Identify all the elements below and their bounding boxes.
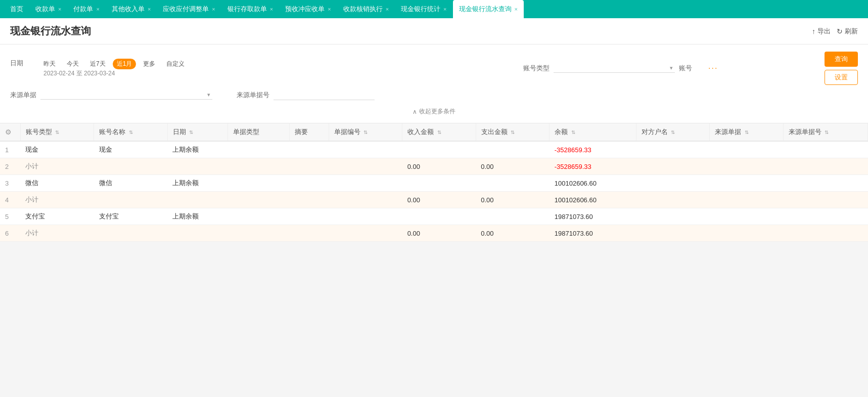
close-other-income-icon[interactable]: × bbox=[148, 6, 151, 12]
nav-home[interactable]: 首页 bbox=[4, 0, 29, 18]
cell-doc-no bbox=[329, 141, 402, 158]
table-row[interactable]: 2 小计 0.00 0.00 -3528659.33 bbox=[0, 158, 868, 175]
cell-date: 上期余额 bbox=[167, 208, 228, 225]
sort-account-name-icon[interactable]: ⇅ bbox=[129, 129, 133, 135]
cell-balance: 19871073.60 bbox=[550, 208, 636, 225]
nav-advance-offset[interactable]: 预收冲应收单 × bbox=[279, 0, 337, 18]
close-verify-exec-icon[interactable]: × bbox=[386, 6, 389, 12]
close-cash-bank-flow-icon[interactable]: × bbox=[515, 6, 518, 12]
cell-account-name: 支付宝 bbox=[94, 208, 168, 225]
close-receipts-icon[interactable]: × bbox=[58, 6, 61, 12]
cell-counterparty bbox=[636, 175, 710, 192]
cell-summary bbox=[289, 158, 329, 175]
sort-doc-no-icon[interactable]: ⇅ bbox=[363, 129, 368, 135]
col-income[interactable]: 收入金额 ⇅ bbox=[402, 123, 476, 141]
cell-summary bbox=[289, 192, 329, 208]
cell-account-name bbox=[94, 192, 168, 208]
cell-expense: 0.00 bbox=[476, 158, 550, 175]
sort-date-icon[interactable]: ⇅ bbox=[189, 129, 193, 135]
cell-source-doc bbox=[710, 175, 784, 192]
date-btn-today[interactable]: 今天 bbox=[63, 59, 83, 69]
nav-verify-exec[interactable]: 收款核销执行 × bbox=[337, 0, 395, 18]
nav-other-income[interactable]: 其他收入单 × bbox=[106, 0, 157, 18]
close-ap-adjust-icon[interactable]: × bbox=[212, 6, 215, 12]
col-doc-type: 单据类型 bbox=[228, 123, 289, 141]
close-cash-bank-stat-icon[interactable]: × bbox=[443, 6, 446, 12]
date-range-display: 2023-02-24 至 2023-03-24 bbox=[43, 69, 189, 78]
sort-balance-icon[interactable]: ⇅ bbox=[571, 129, 575, 135]
account-label: 账号 bbox=[679, 64, 704, 73]
date-btn-1month[interactable]: 近1月 bbox=[113, 59, 136, 69]
more-options-icon[interactable]: ··· bbox=[708, 64, 718, 73]
date-btn-yesterday[interactable]: 昨天 bbox=[39, 59, 60, 69]
cell-source-doc-no bbox=[783, 141, 867, 158]
filter-row-2: 来源单据 ▾ 来源单据号 bbox=[10, 90, 858, 100]
col-doc-no[interactable]: 单据编号 ⇅ bbox=[329, 123, 402, 141]
cell-doc-no bbox=[329, 158, 402, 175]
col-counterparty[interactable]: 对方户名 ⇅ bbox=[636, 123, 710, 141]
refresh-button[interactable]: ↻ 刷新 bbox=[837, 27, 858, 36]
date-btn-custom[interactable]: 自定义 bbox=[162, 59, 189, 69]
col-settings[interactable]: ⚙ bbox=[0, 123, 20, 141]
account-type-label: 账号类型 bbox=[523, 64, 550, 73]
date-btn-7days[interactable]: 近7天 bbox=[86, 59, 110, 69]
cell-counterparty bbox=[636, 141, 710, 158]
cell-source-doc-no bbox=[783, 175, 867, 192]
sort-expense-icon[interactable]: ⇅ bbox=[511, 129, 515, 135]
cell-summary bbox=[289, 175, 329, 192]
table-row[interactable]: 6 小计 0.00 0.00 19871073.60 bbox=[0, 225, 868, 242]
source-doc-chevron-icon: ▾ bbox=[207, 92, 210, 98]
nav-bank-deposit[interactable]: 银行存取款单 × bbox=[221, 0, 279, 18]
gear-icon[interactable]: ⚙ bbox=[5, 128, 12, 136]
table-row[interactable]: 1 现金 现金 上期余额 -3528659.33 bbox=[0, 141, 868, 158]
cell-account-name bbox=[94, 158, 168, 175]
close-advance-offset-icon[interactable]: × bbox=[328, 6, 331, 12]
col-expense[interactable]: 支出金额 ⇅ bbox=[476, 123, 550, 141]
query-button[interactable]: 查询 bbox=[825, 52, 858, 67]
date-btn-more[interactable]: 更多 bbox=[139, 59, 159, 69]
nav-payments[interactable]: 付款单 × bbox=[67, 0, 105, 18]
collapse-bar[interactable]: ∧ 收起更多条件 bbox=[10, 105, 858, 118]
sort-account-type-icon[interactable]: ⇅ bbox=[55, 129, 59, 135]
source-doc-select[interactable]: ▾ bbox=[40, 91, 212, 100]
cell-expense bbox=[476, 208, 550, 225]
col-date[interactable]: 日期 ⇅ bbox=[167, 123, 228, 141]
cell-date bbox=[167, 158, 228, 175]
source-doc-no-input[interactable] bbox=[273, 90, 375, 100]
chevron-down-icon: ▾ bbox=[670, 65, 673, 71]
cell-source-doc bbox=[710, 225, 784, 242]
col-source-doc[interactable]: 来源单据 ⇅ bbox=[710, 123, 784, 141]
sort-income-icon[interactable]: ⇅ bbox=[437, 129, 441, 135]
cell-doc-type bbox=[228, 225, 289, 242]
col-source-doc-no[interactable]: 来源单据号 ⇅ bbox=[783, 123, 867, 141]
sort-counterparty-icon[interactable]: ⇅ bbox=[671, 129, 675, 135]
cell-doc-no bbox=[329, 208, 402, 225]
data-table: ⚙ 账号类型 ⇅ 账号名称 ⇅ 日期 ⇅ 单据类型 摘要 bbox=[0, 123, 868, 242]
table-row[interactable]: 3 微信 微信 上期余额 100102606.60 bbox=[0, 175, 868, 192]
col-balance[interactable]: 余额 ⇅ bbox=[550, 123, 636, 141]
nav-cash-bank-flow[interactable]: 现金银行流水查询 × bbox=[453, 0, 524, 18]
export-button[interactable]: ↑ 导出 bbox=[812, 27, 831, 36]
col-account-name[interactable]: 账号名称 ⇅ bbox=[94, 123, 168, 141]
cell-summary bbox=[289, 208, 329, 225]
page-header: 现金银行流水查询 ↑ 导出 ↻ 刷新 bbox=[0, 18, 868, 45]
table-row[interactable]: 4 小计 0.00 0.00 100102606.60 bbox=[0, 192, 868, 208]
cell-income bbox=[402, 175, 476, 192]
account-type-select[interactable]: ▾ bbox=[554, 64, 675, 73]
table-row[interactable]: 5 支付宝 支付宝 上期余额 19871073.60 bbox=[0, 208, 868, 225]
col-account-type[interactable]: 账号类型 ⇅ bbox=[20, 123, 94, 141]
setting-button[interactable]: 设置 bbox=[825, 70, 858, 85]
date-label: 日期 bbox=[10, 59, 35, 68]
nav-cash-bank-stat[interactable]: 现金银行统计 × bbox=[395, 0, 452, 18]
sort-source-doc-no-icon[interactable]: ⇅ bbox=[825, 129, 829, 135]
close-bank-deposit-icon[interactable]: × bbox=[270, 6, 273, 12]
cell-account-type: 现金 bbox=[20, 141, 94, 158]
close-payments-icon[interactable]: × bbox=[96, 6, 99, 12]
cell-balance: 19871073.60 bbox=[550, 225, 636, 242]
cell-date bbox=[167, 225, 228, 242]
nav-receipts[interactable]: 收款单 × bbox=[29, 0, 67, 18]
collapse-icon: ∧ bbox=[413, 108, 417, 115]
cell-income: 0.00 bbox=[402, 192, 476, 208]
sort-source-doc-icon[interactable]: ⇅ bbox=[745, 129, 749, 135]
nav-ap-adjust[interactable]: 应收应付调整单 × bbox=[157, 0, 221, 18]
